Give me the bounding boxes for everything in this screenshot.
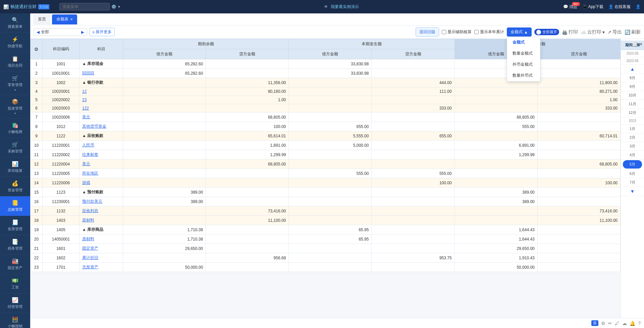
row-name[interactable]: 无形资产: [79, 263, 123, 272]
row-name[interactable]: 12: [79, 87, 123, 96]
ytd-checkbox-input[interactable]: [474, 30, 479, 34]
month-1[interactable]: 1月: [621, 125, 644, 133]
row-name[interactable]: ▲ 库存现金: [79, 59, 123, 69]
scroll-up-button[interactable]: ▲: [621, 65, 644, 74]
show-auxiliary-checkbox[interactable]: 显示辅助核算: [442, 29, 472, 35]
month-3[interactable]: 3月: [621, 142, 644, 151]
bottom-edit-icon[interactable]: ✏: [608, 321, 612, 326]
table-settings-cell[interactable]: ⚙: [31, 39, 43, 59]
message-btn[interactable]: 💬 消息 99+: [563, 4, 577, 10]
auxiliary-checkbox-input[interactable]: [442, 30, 446, 34]
tab-home[interactable]: 首页: [34, 14, 50, 24]
demo-link[interactable]: 我要看实例演示: [331, 4, 359, 10]
row-name[interactable]: 应收利息: [79, 206, 123, 216]
row-name[interactable]: 累计折旧: [79, 253, 123, 263]
sidebar-item-ledger[interactable]: 📒 总账管理: [0, 196, 30, 216]
table-row: 15 1123 ▲ 预付账款 389.00 389.00: [31, 188, 621, 197]
month-4[interactable]: 4月: [621, 151, 644, 159]
format-option-qty-foreign[interactable]: 数量外币式: [507, 70, 540, 81]
month-9[interactable]: 9月: [621, 82, 644, 91]
row-name[interactable]: 美元: [79, 113, 123, 122]
print-button[interactable]: 🖨️ 打印: [562, 29, 578, 35]
row-name[interactable]: 预付款美元: [79, 197, 123, 206]
tab-close-icon[interactable]: ✕: [70, 17, 73, 21]
sidebar-item-xiao-report[interactable]: 🧮 小畅报销: [0, 313, 30, 328]
sidebar-item-tax[interactable]: 📑 税务管理: [0, 235, 30, 255]
chevron-right-icon[interactable]: ▶: [81, 30, 84, 35]
month-8[interactable]: 8月: [621, 74, 644, 82]
scroll-down-button[interactable]: ▼: [621, 187, 644, 196]
row-cb-debit: [289, 178, 372, 188]
row-name[interactable]: 人民币: [79, 141, 123, 150]
bottom-lang-icon[interactable]: 英: [591, 320, 598, 326]
row-eb-credit: 333.00: [537, 104, 620, 113]
row-name[interactable]: ▲ 银行存款: [79, 78, 123, 87]
bottom-pen-icon[interactable]: 🖊: [615, 321, 620, 326]
sidebar-item-search[interactable]: 🔍 搜索菜单: [0, 13, 30, 33]
refresh-button[interactable]: 🔄 刷新: [625, 29, 641, 35]
sidebar-item-ecommerce[interactable]: 🛍️ 小畅电商: [0, 119, 30, 138]
sidebar-item-quick-nav[interactable]: ⚡ 快捷导航: [0, 33, 30, 52]
row-name[interactable]: 往来标签: [79, 150, 123, 159]
month-12[interactable]: 12月: [621, 109, 644, 117]
bottom-cloud-icon[interactable]: ☁: [622, 321, 627, 326]
sidebar-item-assets[interactable]: 🏭 固定资产: [0, 255, 30, 274]
expand-more-button[interactable]: ≡ 展开更多: [89, 28, 115, 36]
cloud-print-button[interactable]: ☁️ 云打印 ▾: [581, 29, 605, 35]
row-name[interactable]: 所在地区: [79, 169, 123, 178]
row-name[interactable]: 固定资产: [79, 244, 123, 253]
sidebar-item-invoice[interactable]: 🧾 发票管理: [0, 216, 30, 235]
sidebar-item-wholesale[interactable]: 📦 批发管理 ▾: [0, 95, 30, 119]
row-name[interactable]: 23: [79, 96, 123, 104]
row-eb-debit: [454, 216, 537, 225]
sidebar-item-project[interactable]: 📋 项目合同: [0, 52, 30, 72]
expand-all-toggle[interactable]: 全部展开: [534, 29, 559, 35]
bottom-bell-icon[interactable]: 🔔: [630, 321, 635, 326]
month-5[interactable]: 5月: [623, 160, 642, 169]
row-name[interactable]: 122: [79, 104, 123, 113]
row-name[interactable]: 原材料: [79, 216, 123, 225]
online-service-btn[interactable]: 👤 在线客服: [608, 4, 631, 10]
export-button[interactable]: ↗ 导出: [607, 29, 622, 35]
format-option-qty-amount[interactable]: 数量金额式: [507, 48, 540, 59]
format-option-foreign-amount[interactable]: 外币金额式: [507, 59, 540, 70]
row-name[interactable]: 其他货币资金: [79, 122, 123, 131]
row-name[interactable]: ▲ 预付账款: [79, 188, 123, 197]
search-input[interactable]: [59, 3, 110, 10]
chevron-left-icon[interactable]: ◀: [37, 30, 40, 35]
format-option-amount[interactable]: 金额式: [507, 37, 540, 48]
row-name[interactable]: 美元: [79, 159, 123, 169]
sidebar-item-purchase[interactable]: 🛒 采购管理: [0, 138, 30, 157]
month-11[interactable]: 11月: [621, 100, 644, 109]
right-panel-close-icon[interactable]: ✕: [639, 42, 643, 47]
month-2[interactable]: 2月: [621, 133, 644, 142]
bottom-help-icon[interactable]: ?: [638, 321, 641, 326]
row-ob-credit: [206, 244, 289, 253]
sidebar-item-operations[interactable]: 📈 经营管理: [0, 293, 30, 313]
row-name[interactable]: 原材料: [79, 235, 123, 244]
format-button[interactable]: 金额式 ▲: [507, 27, 532, 37]
row-name[interactable]: ▲ 应收账款: [79, 131, 123, 141]
account-search-box[interactable]: ◀ 全部 ▶: [34, 28, 87, 36]
month-7[interactable]: 7月: [621, 178, 644, 187]
row-ob-credit: 100.00: [206, 122, 289, 131]
sidebar-item-inventory[interactable]: 📊 库存核算: [0, 157, 30, 177]
row-name[interactable]: 回回回: [79, 69, 123, 78]
format-dropdown[interactable]: 金额式 ▲ 金额式 数量金额式 外币金额式 数量外币式: [507, 27, 532, 37]
row-name[interactable]: 游戏: [79, 178, 123, 188]
sidebar-item-salary[interactable]: 💵 工资: [0, 274, 30, 293]
sidebar-item-capital[interactable]: 💰 资金管理: [0, 177, 30, 196]
right-panel-expand-icon[interactable]: ⬜: [632, 42, 637, 47]
settings-icon[interactable]: ⚙️: [111, 4, 116, 9]
app-download-btn[interactable]: 📱 App下载: [582, 4, 603, 10]
row-name[interactable]: ▲ 库存商品: [79, 225, 123, 235]
month-6[interactable]: 6月: [621, 170, 644, 178]
user-avatar[interactable]: 👤: [636, 4, 641, 9]
month-10[interactable]: 10月: [621, 91, 644, 100]
dropdown-icon[interactable]: ▾: [118, 4, 120, 9]
tab-balance[interactable]: 余额表 ✕: [52, 14, 77, 24]
show-ytd-checkbox[interactable]: 显示本年累计: [474, 29, 504, 35]
sidebar-item-retail[interactable]: 🛒 零售管理 ▾: [0, 72, 30, 95]
back-old-version-button[interactable]: 退回旧版: [416, 27, 439, 37]
bottom-settings-icon[interactable]: ⚙: [601, 321, 605, 326]
